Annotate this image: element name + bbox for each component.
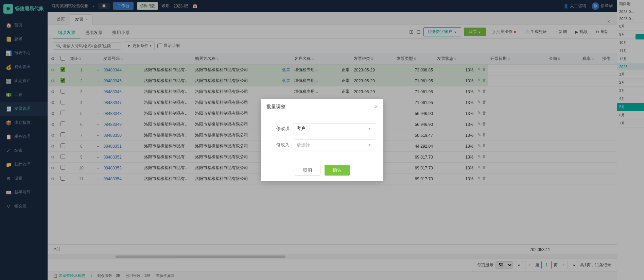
change-placeholder: 请选择 bbox=[297, 142, 310, 148]
confirm-btn[interactable]: 确认 bbox=[325, 165, 350, 176]
modal-footer: 取消 确认 bbox=[261, 161, 383, 181]
change-select[interactable]: 请选择 ▼ bbox=[293, 139, 375, 150]
field-value: 客户 bbox=[297, 126, 306, 132]
modal-header: 批量调整 × bbox=[261, 99, 383, 115]
change-dropdown-icon: ▼ bbox=[368, 143, 371, 147]
modal-body: 修改项 客户 ▼ 修改为 请选择 ▼ bbox=[261, 115, 383, 161]
modal-overlay: 批量调整 × 修改项 客户 ▼ 修改为 请选择 ▼ 取消 确认 bbox=[0, 0, 644, 280]
field-row: 修改项 客户 ▼ bbox=[269, 123, 375, 134]
modal-title: 批量调整 bbox=[266, 104, 285, 110]
field-label: 修改项 bbox=[269, 126, 290, 132]
cancel-btn[interactable]: 取消 bbox=[295, 165, 320, 176]
modal-close-btn[interactable]: × bbox=[375, 104, 378, 110]
field-select[interactable]: 客户 ▼ bbox=[293, 123, 375, 134]
batch-adjust-modal: 批量调整 × 修改项 客户 ▼ 修改为 请选择 ▼ 取消 确认 bbox=[261, 99, 383, 181]
field-dropdown-icon: ▼ bbox=[368, 127, 371, 131]
change-row: 修改为 请选择 ▼ bbox=[269, 139, 375, 150]
change-label: 修改为 bbox=[269, 142, 290, 148]
